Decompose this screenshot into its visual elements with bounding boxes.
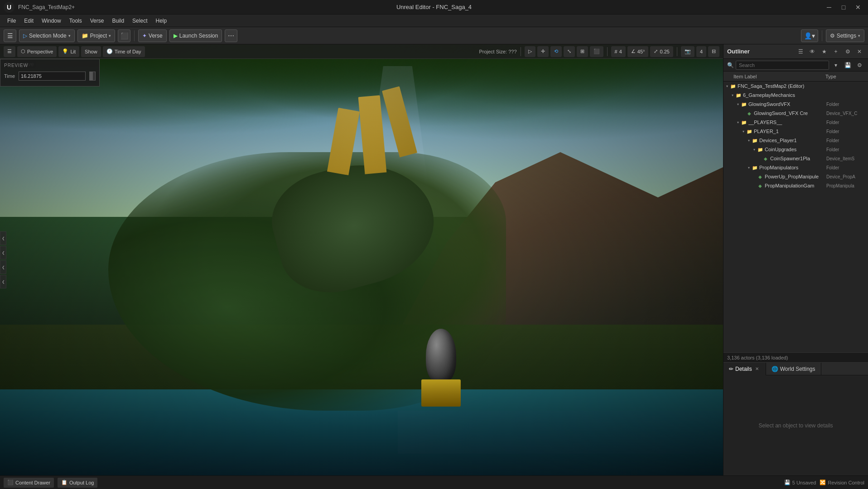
camera-speed-button[interactable]: 📷 (681, 46, 694, 57)
viewport-menu-button[interactable]: ☰ (4, 46, 15, 57)
content-drawer-button[interactable]: ⬛ Content Drawer (4, 478, 54, 488)
details-icon: ✏ (729, 366, 733, 372)
title-bar-left: U FNC_Saga_TestMap2+ (4, 2, 75, 13)
world-settings-tab[interactable]: 🌐 World Settings (766, 363, 821, 375)
unsaved-icon: 💾 (784, 479, 791, 485)
project-label: Project (90, 33, 107, 39)
menu-help[interactable]: Help (152, 17, 170, 25)
close-button[interactable]: ✕ (852, 3, 864, 12)
outliner-footer: 3,136 actors (3,136 loaded) (723, 352, 868, 362)
details-tab[interactable]: ✏ Details ✕ (723, 363, 766, 375)
perspective-button[interactable]: ⬡ Perspective (17, 46, 57, 57)
outliner-star-button[interactable]: ★ (819, 47, 829, 57)
outliner-search-filter-button[interactable]: ▾ (831, 60, 841, 70)
menu-select[interactable]: Select (129, 17, 151, 25)
tree-item-propmanipulators[interactable]: ▾ 📁 PropManipulators Folder (723, 163, 868, 172)
tree-arrow-1: ▾ (730, 92, 735, 98)
outliner-options-button[interactable]: ⚙ (843, 47, 853, 57)
menu-verse[interactable]: Verse (87, 17, 108, 25)
surface-snapping-button[interactable]: ⬛ (590, 46, 603, 57)
outliner-add-button[interactable]: + (831, 47, 841, 57)
viewport-count-button[interactable]: 4 (696, 46, 706, 57)
menu-build[interactable]: Build (108, 17, 128, 25)
menu-tools[interactable]: Tools (66, 17, 86, 25)
tree-arrow-3 (741, 110, 746, 116)
verse-button[interactable]: ✦ Verse (138, 29, 167, 42)
maximize-button[interactable]: □ (837, 3, 850, 12)
tree-item-type-8: Device_ItemS (826, 156, 867, 161)
output-log-button[interactable]: 📋 Output Log (58, 478, 97, 488)
collapse-btn-3[interactable]: ❮ (0, 260, 6, 274)
outliner-settings-button[interactable]: ⚙ (854, 60, 864, 70)
selection-mode-label: Selection Mode (29, 33, 67, 39)
menu-file[interactable]: File (4, 17, 19, 25)
menu-edit[interactable]: Edit (20, 17, 37, 25)
selection-mode-icon: ▷ (23, 33, 27, 39)
user-icon-button[interactable]: 👤▾ (801, 29, 818, 42)
project-arrow: ▾ (109, 34, 111, 38)
outliner-search-input[interactable] (736, 61, 829, 70)
menu-bar: File Edit Window Tools Verse Build Selec… (0, 14, 868, 27)
selection-mode-button[interactable]: ▷ Selection Mode ▾ (19, 29, 75, 42)
details-empty-text: Select an object to view details (758, 422, 833, 429)
title-project-label: FNC_Saga_TestMap2+ (18, 4, 75, 10)
viewport-layout-button[interactable]: ⊟ (708, 46, 719, 57)
tree-item-players[interactable]: ▾ 📁 __PLAYERS__ Folder (723, 118, 868, 127)
project-button[interactable]: 📁 Project ▾ (77, 29, 115, 42)
outliner-eye-button[interactable]: 👁 (807, 47, 817, 57)
collapse-btn-1[interactable]: ❮ (0, 231, 6, 245)
collapse-btn-4[interactable]: ❮ (0, 275, 6, 288)
grid-size-button[interactable]: # 4 (611, 46, 626, 57)
outliner-type-column[interactable]: Type (825, 74, 866, 79)
scale-button[interactable]: ⤢ 0.25 (650, 46, 673, 57)
settings-button[interactable]: ⚙ Settings ▾ (826, 29, 864, 42)
tree-item-coinupgrades[interactable]: ▾ 📁 CoinUpgrades Folder (723, 145, 868, 154)
tree-item-coinspawner[interactable]: ◆ CoinSpawner1Pla Device_ItemS (723, 154, 868, 163)
folder-icon-7: 📁 (757, 146, 763, 153)
settings-arrow: ▾ (858, 34, 860, 38)
viewport[interactable]: ☰ ⬡ Perspective 💡 Lit Show 🕐 Time of Day… (0, 44, 723, 475)
time-of-day-button[interactable]: 🕐 Time of Day (103, 46, 145, 57)
menu-window[interactable]: Window (38, 17, 65, 25)
outliner-label-column[interactable]: Item Label (732, 74, 825, 79)
launch-session-button[interactable]: ▶ Launch Session (169, 29, 222, 42)
transform-tool-button[interactable]: ⊞ (577, 46, 588, 57)
select-tool-button[interactable]: ▷ (525, 46, 535, 57)
tree-item-player1[interactable]: ▾ 📁 PLAYER_1 Folder (723, 127, 868, 136)
collapse-btn-2[interactable]: ❮ (0, 246, 6, 259)
content-icon-button[interactable]: ⬛ (118, 29, 130, 42)
scale-icon: ⤢ (654, 48, 658, 54)
launch-session-icon: ▶ (174, 33, 178, 39)
angle-button[interactable]: ∠ 45° (627, 46, 649, 57)
minimize-button[interactable]: ─ (823, 3, 835, 12)
tree-item-type-5: Folder (826, 129, 867, 134)
lit-button[interactable]: 💡 Lit (58, 46, 79, 57)
outliner-close-button[interactable]: ✕ (854, 47, 864, 57)
details-tab-close[interactable]: ✕ (754, 366, 760, 372)
tree-item-name-9: PropManipulators (759, 165, 826, 170)
sidebar-toggle-button[interactable]: ☰ (4, 29, 16, 42)
preview-time-slider[interactable] (89, 72, 96, 81)
outliner-save-button[interactable]: 💾 (843, 60, 853, 70)
tree-item-gameplay[interactable]: ▾ 📁 6_GameplayMechanics (723, 91, 868, 100)
scale-tool-button[interactable]: ⤡ (564, 46, 575, 57)
tree-item-root[interactable]: ▾ 📁 FNC_Saga_TestMap2 (Editor) (723, 82, 868, 91)
more-options-button[interactable]: ⋯ (225, 29, 237, 42)
outliner-tree: ▾ 📁 FNC_Saga_TestMap2 (Editor) ▾ 📁 6_Gam… (723, 82, 868, 352)
tree-item-glowing[interactable]: ▾ 📁 GlowingSwordVFX Folder (723, 100, 868, 109)
rotate-tool-button[interactable]: ⟲ (550, 46, 562, 57)
tree-item-propmanipgam[interactable]: ◆ PropManipulationGam PropManipula (723, 181, 868, 190)
tree-item-devices-player1[interactable]: ▾ 📁 Devices_Player1 Folder (723, 136, 868, 145)
world-settings-label: World Settings (780, 366, 815, 372)
tree-item-name-0: FNC_Saga_TestMap2 (Editor) (738, 83, 826, 89)
tree-item-powerup[interactable]: ◆ PowerUp_PropManipule Device_PropA (723, 172, 868, 181)
outliner-filter-button[interactable]: ☰ (796, 47, 805, 57)
move-tool-button[interactable]: ✛ (537, 46, 549, 57)
tree-item-glowing-vfx[interactable]: ◆ GlowingSword_VFX Cre Device_VFX_C (723, 109, 868, 118)
outliner-column-header: Item Label Type (723, 72, 868, 82)
tree-item-name-2: GlowingSwordVFX (748, 101, 826, 107)
tree-item-name-4: __PLAYERS__ (748, 120, 826, 125)
show-button[interactable]: Show (81, 46, 101, 57)
preview-time-input[interactable] (19, 72, 86, 81)
perspective-label: Perspective (27, 49, 53, 54)
